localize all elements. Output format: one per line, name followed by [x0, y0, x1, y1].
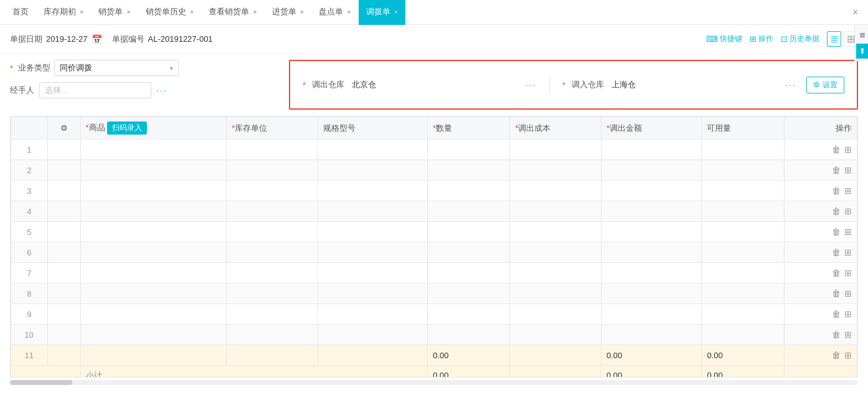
copy-row-4-icon[interactable]: ⊞	[844, 206, 852, 216]
copy-row-2-icon[interactable]: ⊞	[844, 165, 852, 175]
out-warehouse-more-icon[interactable]: ···	[526, 80, 537, 90]
quick-key-action[interactable]: ⌨ 快捷键	[706, 34, 742, 44]
list-view-icon[interactable]: ≣	[827, 31, 841, 47]
subtotal-num: 11	[11, 345, 48, 366]
warehouse-section: * 调出仓库 北京仓 ··· * 调入仓库 上海仓 ··· ⚙ 设置	[289, 60, 858, 110]
subtotal-label-cell: 小计	[80, 366, 428, 378]
in-warehouse-more-icon[interactable]: ···	[785, 80, 796, 90]
in-warehouse-field: * 调入仓库 上海仓 ···	[562, 79, 796, 90]
tab-close-inventory-init[interactable]: ×	[80, 8, 83, 16]
out-warehouse-field: * 调出仓库 北京仓 ···	[303, 79, 537, 90]
order-field-group: 单据编号 AL-20191227-001	[112, 34, 213, 45]
table-row: 5 🗑⊞	[11, 222, 857, 242]
tab-transfer[interactable]: 调拨单 ×	[359, 0, 405, 25]
table-row: 6 🗑⊞	[11, 242, 857, 263]
tab-close-purchase[interactable]: ×	[300, 8, 304, 16]
copy-row-10-icon[interactable]: ⊞	[844, 330, 852, 340]
row-2-product[interactable]	[80, 160, 227, 181]
row-num-1: 1	[11, 140, 48, 160]
row-2-op: 🗑 ⊞	[784, 160, 857, 181]
biz-required-star: *	[10, 64, 13, 73]
col-settings-header[interactable]: ⚙	[47, 117, 80, 140]
tab-purchase[interactable]: 进货单 ×	[265, 0, 311, 25]
tab-close-sales-order[interactable]: ×	[126, 8, 130, 16]
row-1-settings	[47, 140, 80, 160]
sidebar-list-icon[interactable]: ≣	[856, 27, 868, 42]
col-unit-header: *库存单位	[227, 117, 318, 140]
row-1-cost[interactable]	[510, 140, 601, 160]
tab-sales-order[interactable]: 销货单 ×	[91, 0, 138, 25]
date-label: 单据日期	[10, 34, 42, 45]
delete-row-2-icon[interactable]: 🗑	[832, 165, 841, 175]
row-1-amount[interactable]	[601, 140, 702, 160]
row-num-7: 7	[11, 263, 48, 283]
tab-close-stock-take[interactable]: ×	[347, 8, 351, 16]
row-2-unit[interactable]	[227, 160, 318, 181]
handler-more-icon[interactable]: ···	[156, 85, 167, 95]
copy-row-6-icon[interactable]: ⊞	[844, 247, 852, 257]
copy-row-1-icon[interactable]: ⊞	[844, 145, 852, 155]
handler-input[interactable]: 选择...	[39, 82, 151, 98]
table-row: 2 🗑 ⊞	[11, 160, 857, 181]
row-1-avail	[702, 140, 784, 160]
row-2-cost[interactable]	[510, 160, 601, 181]
subtotal-row: 11 0.00 0.00 0.00 🗑⊞	[11, 345, 857, 366]
window-close-button[interactable]: ×	[847, 7, 863, 18]
calendar-icon[interactable]: 📅	[92, 34, 102, 44]
row-2-qty[interactable]	[428, 160, 510, 181]
copy-row-8-icon[interactable]: ⊞	[844, 288, 852, 298]
delete-row-10-icon[interactable]: 🗑	[832, 330, 841, 340]
scrollbar-thumb[interactable]	[10, 380, 72, 385]
row-1-qty[interactable]	[428, 140, 510, 160]
scrollbar-track[interactable]	[10, 380, 858, 385]
row-1-spec[interactable]	[318, 140, 428, 160]
date-value: 2019-12-27	[46, 34, 88, 44]
row-num-8: 8	[11, 283, 48, 304]
biz-type-select[interactable]: 同价调拨 ▾	[54, 60, 179, 76]
row-num-10: 10	[11, 325, 48, 345]
delete-row-8-icon[interactable]: 🗑	[832, 288, 841, 298]
tab-home[interactable]: 首页	[5, 0, 36, 25]
row-2-spec[interactable]	[318, 160, 428, 181]
copy-row-11-icon[interactable]: ⊞	[844, 350, 852, 360]
tab-close-transfer[interactable]: ×	[394, 8, 398, 16]
copy-row-5-icon[interactable]: ⊞	[844, 227, 852, 237]
tab-view-sales[interactable]: 查看销货单 ×	[201, 0, 264, 25]
delete-row-3-icon[interactable]: 🗑	[832, 186, 841, 196]
copy-row-3-icon[interactable]: ⊞	[844, 186, 852, 196]
row-1-product[interactable]	[80, 140, 227, 160]
delete-row-7-icon[interactable]: 🗑	[832, 268, 841, 278]
copy-row-9-icon[interactable]: ⊞	[844, 309, 852, 319]
col-cost-header: *调出成本	[510, 117, 601, 140]
operations-action[interactable]: ⊞ 操作	[750, 34, 773, 44]
top-form-row: * 业务类型 同价调拨 ▾ 经手人 选择... ··· * 调出仓库 北京仓 ·…	[0, 54, 868, 110]
delete-row-11-icon[interactable]: 🗑	[832, 350, 841, 360]
tab-sales-history[interactable]: 销货单历史 ×	[138, 0, 201, 25]
tab-inventory-init[interactable]: 库存期初 ×	[36, 0, 91, 25]
date-field-group: 单据日期 2019-12-27 📅	[10, 34, 102, 45]
sidebar-export-icon[interactable]: ⬆	[856, 44, 868, 59]
history-action[interactable]: ⊡ 历史单据	[781, 34, 819, 44]
order-value: AL-20191227-001	[148, 34, 213, 44]
table-row: 1 🗑 ⊞	[11, 140, 857, 160]
col-amount-header: *调出金额	[601, 117, 702, 140]
tab-close-sales-history[interactable]: ×	[190, 8, 194, 16]
biz-select-value: 同价调拨	[60, 62, 92, 74]
tab-bar: 首页 库存期初 × 销货单 × 销货单历史 × 查看销货单 × 进货单 × 盘点…	[0, 0, 868, 25]
col-product-header: *商品 扫码录入	[80, 117, 227, 140]
row-1-unit[interactable]	[227, 140, 318, 160]
scan-button[interactable]: 扫码录入	[107, 121, 147, 135]
copy-row-7-icon[interactable]: ⊞	[844, 268, 852, 278]
delete-row-5-icon[interactable]: 🗑	[832, 227, 841, 237]
delete-row-9-icon[interactable]: 🗑	[832, 309, 841, 319]
tab-stock-take[interactable]: 盘点单 ×	[311, 0, 358, 25]
table-row: 7 🗑⊞	[11, 263, 857, 283]
subtotal-amount: 0.00	[702, 345, 784, 366]
tab-close-view-sales[interactable]: ×	[253, 8, 257, 16]
row-2-amount[interactable]	[601, 160, 702, 181]
delete-row-4-icon[interactable]: 🗑	[832, 206, 841, 216]
delete-row-6-icon[interactable]: 🗑	[832, 247, 841, 257]
delete-row-1-icon[interactable]: 🗑	[832, 145, 841, 155]
in-warehouse-value: 上海仓	[611, 79, 636, 90]
settings-button[interactable]: ⚙ 设置	[806, 77, 844, 93]
